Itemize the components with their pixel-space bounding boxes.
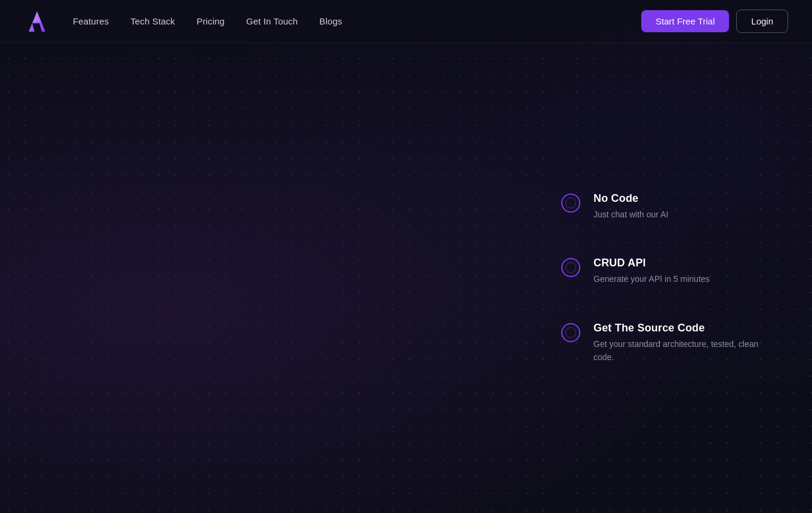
- features-column: No Code Just chat with our AI CRUD API G…: [561, 192, 764, 364]
- nav-link-blogs[interactable]: Blogs: [319, 16, 342, 26]
- crudapi-title: CRUD API: [593, 257, 710, 269]
- logo: [24, 9, 49, 34]
- sourcecode-title: Get The Source Code: [593, 322, 764, 334]
- feature-item-nocode: No Code Just chat with our AI: [561, 192, 764, 222]
- crudapi-circle-icon: [561, 258, 580, 277]
- main-content: No Code Just chat with our AI CRUD API G…: [0, 43, 812, 513]
- login-button[interactable]: Login: [736, 10, 788, 33]
- nocode-description: Just chat with our AI: [593, 208, 668, 222]
- sourcecode-description: Get your standard architecture, tested, …: [593, 338, 764, 364]
- start-free-trial-button[interactable]: Start Free Trial: [641, 10, 729, 32]
- feature-item-crudapi: CRUD API Generate your API in 5 minutes: [561, 257, 764, 286]
- nav-item-features[interactable]: Features: [73, 16, 109, 27]
- nav-item-techstack[interactable]: Tech Stack: [130, 16, 175, 27]
- nav-link-pricing[interactable]: Pricing: [196, 16, 224, 26]
- nav-right: Start Free Trial Login: [641, 10, 788, 33]
- logo-icon: [24, 9, 49, 34]
- feature-item-sourcecode: Get The Source Code Get your standard ar…: [561, 322, 764, 364]
- nav-item-contact[interactable]: Get In Touch: [246, 16, 298, 27]
- nav-item-pricing[interactable]: Pricing: [196, 16, 224, 27]
- nocode-title: No Code: [593, 192, 668, 205]
- nav-item-blogs[interactable]: Blogs: [319, 16, 342, 27]
- sourcecode-circle-icon: [561, 323, 580, 342]
- navbar: Features Tech Stack Pricing Get In Touch…: [0, 0, 812, 43]
- svg-marker-1: [33, 11, 41, 22]
- crudapi-description: Generate your API in 5 minutes: [593, 273, 710, 286]
- sourcecode-text: Get The Source Code Get your standard ar…: [593, 322, 764, 364]
- nav-link-features[interactable]: Features: [73, 16, 109, 26]
- nav-link-contact[interactable]: Get In Touch: [246, 16, 298, 26]
- nav-left: Features Tech Stack Pricing Get In Touch…: [24, 9, 342, 34]
- nocode-text: No Code Just chat with our AI: [593, 192, 668, 222]
- nav-links: Features Tech Stack Pricing Get In Touch…: [73, 16, 342, 27]
- crudapi-text: CRUD API Generate your API in 5 minutes: [593, 257, 710, 286]
- nocode-circle-icon: [561, 193, 580, 213]
- nav-link-techstack[interactable]: Tech Stack: [130, 16, 175, 26]
